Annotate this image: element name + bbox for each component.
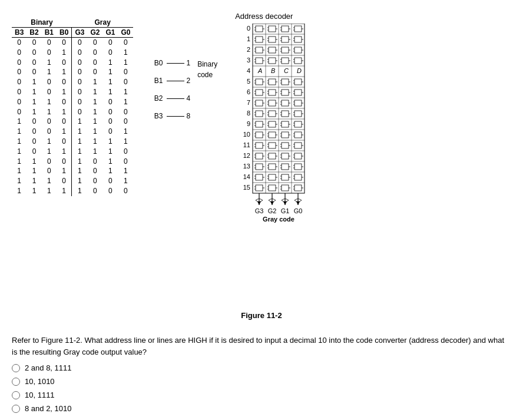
table-cell: 0 [42, 127, 57, 137]
table-cell: 1 [57, 48, 72, 58]
table-cell: 1 [27, 87, 41, 97]
table-cell: 0 [87, 186, 102, 196]
option-d[interactable]: 8 and 2, 1010 [12, 404, 511, 413]
table-cell: 0 [102, 107, 118, 117]
table-cell: 0 [102, 186, 118, 196]
bc-b1-row: B1 2 [151, 77, 190, 85]
table-cell: 1 [87, 107, 102, 117]
table-row: 01100101 [12, 97, 133, 107]
table-cell: 1 [27, 157, 41, 167]
col-g2: G2 [87, 28, 102, 38]
table-cell: 0 [87, 48, 102, 58]
table-cell: 0 [72, 107, 88, 117]
table-cell: 1 [102, 67, 118, 77]
svg-rect-175 [282, 79, 289, 85]
table-cell: 0 [87, 58, 102, 68]
svg-text:13: 13 [243, 163, 250, 170]
main-container: Binary Gray B3 B2 B1 B0 G3 G2 G1 G0 [12, 12, 511, 418]
svg-rect-107 [269, 47, 276, 53]
table-cell: 0 [102, 48, 118, 58]
table-cell: 0 [27, 117, 41, 127]
option-a[interactable]: 2 and 8, 1111 [12, 363, 511, 372]
svg-rect-239 [294, 90, 302, 95]
svg-text:D: D [297, 67, 302, 74]
svg-rect-247 [294, 111, 302, 117]
table-cell: 0 [12, 77, 27, 87]
radio-a[interactable] [12, 364, 20, 372]
table-cell: 0 [72, 58, 88, 68]
code-table: Binary Gray B3 B2 B1 B0 G3 G2 G1 G0 [12, 18, 133, 196]
table-cell: 1 [42, 137, 57, 147]
option-label-a: 2 and 8, 1111 [25, 363, 72, 372]
svg-rect-71 [256, 121, 263, 127]
binary-code-label: Binarycode [197, 59, 217, 80]
table-row: 01110100 [12, 107, 133, 117]
svg-rect-103 [269, 37, 276, 42]
col-g1: G1 [102, 28, 118, 38]
radio-c[interactable] [12, 391, 20, 399]
table-cell: 1 [72, 117, 88, 127]
table-cell: 1 [12, 117, 27, 127]
table-cell: 0 [118, 67, 133, 77]
svg-rect-91 [256, 174, 263, 180]
table-cell: 1 [72, 186, 88, 196]
table-cell: 1 [42, 58, 57, 68]
bc-b3-label: B3 [151, 112, 163, 120]
svg-text:Gray code: Gray code [263, 216, 294, 223]
col-b1: B1 [42, 28, 57, 38]
svg-rect-263 [294, 153, 302, 159]
table-cell: 1 [27, 186, 41, 196]
svg-text:9: 9 [247, 120, 250, 127]
svg-rect-187 [282, 111, 289, 117]
bc-b3-row: B3 8 [151, 112, 190, 120]
table-cell: 0 [27, 58, 41, 68]
svg-text:12: 12 [243, 152, 250, 159]
table-row: 01010111 [12, 87, 133, 97]
table-cell: 0 [27, 67, 41, 77]
svg-rect-75 [256, 132, 263, 138]
svg-rect-199 [282, 143, 289, 148]
table-cell: 0 [12, 97, 27, 107]
table-cell: 0 [87, 67, 102, 77]
addr-decoder-title: Address decoder [235, 12, 293, 21]
table-cell: 1 [102, 157, 118, 167]
svg-rect-47 [256, 47, 263, 53]
decoder-svg-container: 0 1 2 3 4 A [235, 24, 353, 296]
svg-rect-59 [256, 90, 263, 95]
svg-rect-115 [269, 79, 276, 85]
table-cell: 1 [27, 77, 41, 87]
table-row: 00110010 [12, 67, 133, 77]
table-cell: 1 [12, 127, 27, 137]
svg-rect-211 [282, 174, 289, 180]
svg-rect-215 [282, 185, 289, 191]
svg-rect-155 [269, 185, 276, 191]
table-cell: 1 [102, 147, 118, 157]
svg-text:11: 11 [243, 141, 250, 148]
table-cell: 1 [118, 48, 133, 58]
table-cell: 1 [72, 166, 88, 176]
svg-rect-267 [294, 164, 302, 170]
svg-marker-283 [257, 201, 261, 205]
table-row: 11101001 [12, 176, 133, 186]
table-cell: 1 [12, 166, 27, 176]
table-cell: 0 [57, 117, 72, 127]
col-g3: G3 [72, 28, 88, 38]
table-cell: 0 [27, 38, 41, 48]
option-c[interactable]: 10, 1111 [12, 391, 511, 399]
svg-rect-87 [256, 164, 263, 170]
bc-b1-value: 2 [186, 77, 190, 85]
table-cell: 1 [118, 97, 133, 107]
table-cell: 0 [87, 38, 102, 48]
svg-rect-151 [269, 174, 276, 180]
radio-d[interactable] [12, 405, 20, 413]
table-cell: 0 [72, 48, 88, 58]
radio-b[interactable] [12, 378, 20, 386]
svg-rect-99 [269, 26, 276, 32]
bc-b0-label: B0 [151, 59, 163, 67]
svg-text:7: 7 [247, 99, 250, 106]
svg-text:0: 0 [247, 25, 250, 32]
question-section: Refer to Figure 11-2. What address line … [12, 335, 511, 418]
table-cell: 1 [27, 97, 41, 107]
option-b[interactable]: 10, 1010 [12, 377, 511, 386]
svg-text:5: 5 [247, 78, 250, 85]
